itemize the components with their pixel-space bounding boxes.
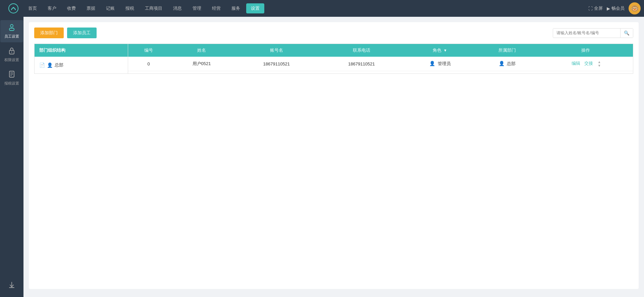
nav-home[interactable]: 首页 xyxy=(23,3,42,13)
search-icon: 🔍 xyxy=(624,31,630,36)
dept-tree-body: 📄 👤 总部 xyxy=(35,57,128,73)
employee-table: 编号 姓名 账号名 联系电话 角色 ▼ 所属部门 操作 xyxy=(128,44,633,71)
dept-user-icon: 👤 xyxy=(47,62,53,68)
dept-node-name: 总部 xyxy=(55,62,63,68)
table-header-row: 编号 姓名 账号名 联系电话 角色 ▼ 所属部门 操作 xyxy=(128,44,633,57)
avatar[interactable]: 🐵 xyxy=(629,2,641,14)
employee-icon xyxy=(8,23,15,33)
sidebar-label-employee: 员工设置 xyxy=(4,34,19,39)
col-header-role[interactable]: 角色 ▼ xyxy=(404,44,476,57)
sidebar-item-taxsettings[interactable]: 报税设置 xyxy=(0,67,23,89)
fullscreen-btn[interactable]: ⛶ 全屏 xyxy=(588,5,603,11)
svg-point-5 xyxy=(11,52,12,53)
cell-dept: 👤 总部 xyxy=(476,57,538,71)
logo xyxy=(3,3,23,14)
search-box: 🔍 xyxy=(553,28,633,38)
sidebar-item-download[interactable] xyxy=(0,278,23,294)
col-header-phone: 联系电话 xyxy=(319,44,404,57)
svg-point-2 xyxy=(10,24,13,27)
nav-bookkeeping[interactable]: 记账 xyxy=(101,3,119,13)
search-button[interactable]: 🔍 xyxy=(620,29,633,38)
sidebar-item-permission[interactable]: 权限设置 xyxy=(0,44,23,66)
transfer-button[interactable]: 交接 xyxy=(583,60,594,66)
nav-customer[interactable]: 客户 xyxy=(43,3,61,13)
nav-message[interactable]: 消息 xyxy=(168,3,186,13)
search-input[interactable] xyxy=(553,29,620,37)
fullscreen-icon: ⛶ xyxy=(588,6,593,11)
member-label: 畅会员 xyxy=(611,5,625,11)
sidebar-item-employee[interactable]: 员工设置 xyxy=(0,20,23,42)
add-dept-button[interactable]: 添加部门 xyxy=(34,28,64,38)
nav-tax[interactable]: 报税 xyxy=(121,3,139,13)
svg-point-1 xyxy=(13,7,14,8)
lock-icon xyxy=(8,47,15,56)
col-header-dept: 所属部门 xyxy=(476,44,538,57)
nav-menu: 首页 客户 收费 票据 记账 报税 工商项目 消息 管理 经营 服务 设置 xyxy=(23,3,588,13)
dept-tree-header: 部门组织结构 xyxy=(35,44,128,57)
role-user-icon: 👤 xyxy=(429,61,435,66)
nav-service[interactable]: 服务 xyxy=(227,3,245,13)
nav-fee[interactable]: 收费 xyxy=(62,3,80,13)
table-row: 0 用户0521 18679110521 18679110521 👤 管理员 👤… xyxy=(128,57,633,71)
svg-rect-3 xyxy=(9,28,14,31)
top-nav: 首页 客户 收费 票据 记账 报税 工商项目 消息 管理 经营 服务 设置 ⛶ … xyxy=(0,0,644,17)
nav-settings[interactable]: 设置 xyxy=(246,3,264,13)
file-icon: 📄 xyxy=(39,62,45,68)
cell-account: 18679110521 xyxy=(234,57,319,71)
sidebar-label-permission: 权限设置 xyxy=(4,57,19,62)
fullscreen-label: 全屏 xyxy=(594,5,603,11)
sidebar: 员工设置 权限设置 报税设置 xyxy=(0,17,23,297)
filter-icon: ▼ xyxy=(443,48,447,52)
dept-user-icon-table: 👤 xyxy=(499,61,504,66)
nav-manage[interactable]: 管理 xyxy=(188,3,206,13)
employee-table-wrapper: 编号 姓名 账号名 联系电话 角色 ▼ 所属部门 操作 xyxy=(128,44,633,74)
cell-actions: 编辑 交接 ▲ ▼ xyxy=(538,57,633,71)
scroll-down-icon[interactable]: ▼ xyxy=(598,64,601,67)
member-btn[interactable]: ▶ 畅会员 xyxy=(607,5,625,11)
cell-role: 👤 管理员 xyxy=(404,57,476,71)
nav-right: ⛶ 全屏 ▶ 畅会员 🐵 xyxy=(588,2,641,14)
cell-name: 用户0521 xyxy=(169,57,234,71)
member-icon: ▶ xyxy=(607,6,610,11)
cell-id: 0 xyxy=(128,57,169,71)
col-header-actions: 操作 xyxy=(538,44,633,57)
dept-tree: 部门组织结构 📄 👤 总部 xyxy=(34,44,128,74)
nav-invoice[interactable]: 票据 xyxy=(82,3,100,13)
dept-label: 总部 xyxy=(507,61,516,66)
nav-operation[interactable]: 经营 xyxy=(207,3,225,13)
nav-business[interactable]: 工商项目 xyxy=(140,3,167,13)
download-icon xyxy=(8,281,15,290)
add-emp-button[interactable]: 添加员工 xyxy=(67,28,97,38)
col-header-name: 姓名 xyxy=(169,44,234,57)
report-icon xyxy=(8,70,15,80)
scroll-up-icon[interactable]: ▲ xyxy=(598,60,601,64)
role-label: 管理员 xyxy=(438,61,451,66)
col-header-id: 编号 xyxy=(128,44,169,57)
body-layout: 部门组织结构 📄 👤 总部 编号 姓名 账号名 xyxy=(34,44,633,74)
cell-phone: 18679110521 xyxy=(319,57,404,71)
sidebar-label-taxsettings: 报税设置 xyxy=(4,81,19,86)
dept-node-headquarter[interactable]: 📄 👤 总部 xyxy=(38,60,124,70)
edit-button[interactable]: 编辑 xyxy=(570,60,582,66)
col-header-account: 账号名 xyxy=(234,44,319,57)
main-content: 添加部门 添加员工 🔍 部门组织结构 📄 👤 总部 xyxy=(23,17,644,297)
toolbar: 添加部门 添加员工 🔍 xyxy=(34,28,633,38)
content-area: 添加部门 添加员工 🔍 部门组织结构 📄 👤 总部 xyxy=(29,22,639,289)
